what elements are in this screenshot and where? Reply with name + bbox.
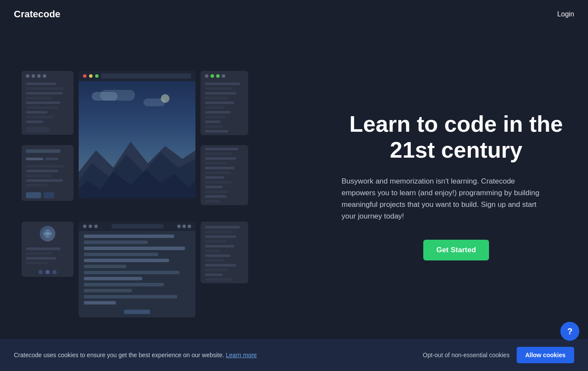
mockup-large-bot-center [79,222,195,317]
opt-out-button[interactable]: Opt-out of non-essential cookies [423,352,510,358]
mockup-small-top-right [201,71,248,135]
mockup-small-bot-right [201,222,248,283]
mockups-panel [17,67,298,306]
main-content: Learn to code in the 21st century Busywo… [0,29,588,343]
mockup-small-bot-left [22,222,74,277]
mockup-large-center [79,71,195,198]
cookie-banner: Cratecode uses cookies to ensure you get… [0,339,588,371]
svg-point-4 [45,230,50,238]
hero-subtitle: Busywork and memorization isn't learning… [342,175,549,222]
cookie-text: Cratecode uses cookies to ensure you get… [14,352,423,358]
hero-title: Learn to code in the 21st century [342,111,571,163]
mockup-small-mid-right [201,145,248,205]
mockup-small-mid-left [22,145,74,201]
hero-section: Learn to code in the 21st century Busywo… [316,111,571,260]
login-button[interactable]: Login [557,10,574,18]
learn-more-link[interactable]: Learn more [226,352,257,358]
mockup-small-top-left [22,71,74,135]
allow-cookies-button[interactable]: Allow cookies [517,347,574,363]
logo: Cratecode [14,9,61,20]
help-bubble[interactable]: ? [560,322,579,341]
cookie-actions: Opt-out of non-essential cookies Allow c… [423,347,574,363]
navbar: Cratecode Login [0,0,588,29]
get-started-button[interactable]: Get Started [423,240,489,260]
